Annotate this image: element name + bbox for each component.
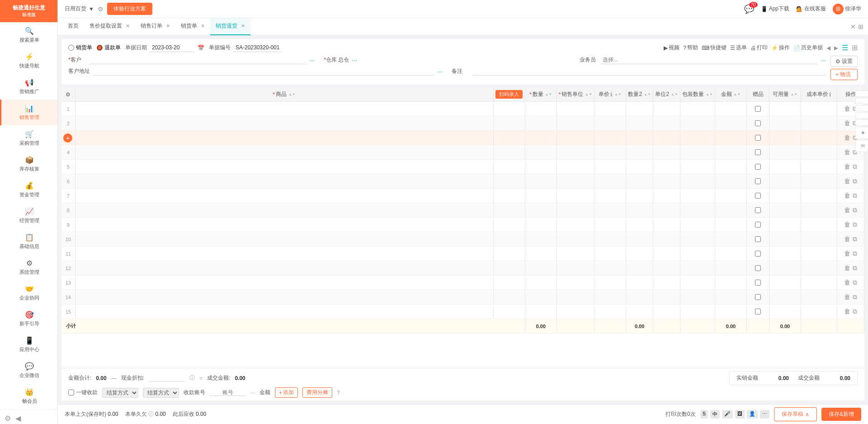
calculation-method-select[interactable]: 结算方式 xyxy=(143,388,179,398)
settlement-method-select[interactable]: 结算方式 xyxy=(102,388,138,398)
cell-pkg-7[interactable] xyxy=(680,189,715,203)
cell-gift-4[interactable] xyxy=(747,145,769,160)
cell-available-10[interactable] xyxy=(769,232,801,247)
cell-product-10[interactable] xyxy=(75,232,493,247)
cell-sale-unit-10[interactable] xyxy=(557,232,594,247)
cell-sale-unit-14[interactable] xyxy=(557,290,594,305)
sale-unit-sort-icon[interactable]: ▲▼ xyxy=(585,93,592,96)
ime-img-icon[interactable]: 🖼 xyxy=(735,410,745,419)
cell-gift-9[interactable] xyxy=(747,218,769,232)
unit-price-info-icon[interactable]: ℹ xyxy=(610,91,613,98)
save-new-btn[interactable]: 保存&新增 xyxy=(821,408,861,421)
delete-row-4[interactable]: 🗑 xyxy=(844,148,850,156)
ime-user-icon[interactable]: 👤 xyxy=(747,410,758,419)
cell-available-5[interactable] xyxy=(769,160,801,174)
cell-unit2-13[interactable] xyxy=(653,276,680,290)
gift-cb-13[interactable] xyxy=(749,280,767,286)
cell-qty-5[interactable] xyxy=(525,160,557,174)
amount-sort-icon[interactable]: ▲▼ xyxy=(734,93,741,96)
cell-available-9[interactable] xyxy=(769,218,801,232)
cell-gift-13[interactable] xyxy=(747,276,769,290)
cell-unit2-10[interactable] xyxy=(653,232,680,247)
cell-qty2-2[interactable] xyxy=(626,116,653,131)
right-tool-rt1[interactable]: 客 xyxy=(855,91,868,97)
unit2-sort-icon[interactable]: ▲▼ xyxy=(671,93,678,96)
nav-prev-icon[interactable]: ◀ xyxy=(826,45,830,51)
gift-cb-9[interactable] xyxy=(749,222,767,228)
tab-4[interactable]: 销货退货✕ xyxy=(210,18,250,35)
copy-row-6[interactable]: ⧉ xyxy=(853,177,857,185)
gift-cb-5[interactable] xyxy=(749,164,767,170)
cell-qty-9[interactable] xyxy=(525,218,557,232)
cell-amount-3[interactable] xyxy=(715,131,747,145)
delete-row-9[interactable]: 🗑 xyxy=(844,221,850,229)
cell-amount-4[interactable] xyxy=(715,145,747,160)
cell-product-5[interactable] xyxy=(75,160,493,174)
cell-qty-4[interactable] xyxy=(525,145,557,160)
cell-sale-unit-13[interactable] xyxy=(557,276,594,290)
close-tab-btn[interactable]: ✕ xyxy=(850,23,856,30)
cell-available-11[interactable] xyxy=(769,247,801,261)
cell-qty-8[interactable] xyxy=(525,203,557,218)
cell-cost-5[interactable] xyxy=(801,160,837,174)
tab-2[interactable]: 销售订单✕ xyxy=(135,18,175,35)
delete-row-6[interactable]: 🗑 xyxy=(844,177,850,185)
customer-dots-btn[interactable]: ··· xyxy=(310,57,315,64)
cell-qty-14[interactable] xyxy=(525,290,557,305)
cell-unit2-11[interactable] xyxy=(653,247,680,261)
delete-row-14[interactable]: 🗑 xyxy=(844,293,850,301)
cell-qty2-8[interactable] xyxy=(626,203,653,218)
copy-row-7[interactable]: ⧉ xyxy=(853,192,857,200)
fee-split-btn[interactable]: 费用分摊 xyxy=(302,387,332,398)
cell-unit-price-11[interactable] xyxy=(594,247,626,261)
cell-available-14[interactable] xyxy=(769,290,801,305)
cell-cost-1[interactable] xyxy=(801,102,837,116)
cell-amount-1[interactable] xyxy=(715,102,747,116)
qty2-sort-icon[interactable]: ▲▼ xyxy=(644,93,651,96)
cell-pkg-5[interactable] xyxy=(680,160,715,174)
cell-unit-price-3[interactable] xyxy=(594,131,626,145)
cell-sale-unit-15[interactable] xyxy=(557,305,594,319)
cost-price-info-icon[interactable]: ℹ xyxy=(829,91,831,98)
cell-qty2-11[interactable] xyxy=(626,247,653,261)
salesperson-dots-btn[interactable]: ··· xyxy=(821,57,826,64)
address-dots-btn[interactable]: ··· xyxy=(437,68,443,75)
cell-gift-15[interactable] xyxy=(747,305,769,319)
cell-pkg-14[interactable] xyxy=(680,290,715,305)
delete-row-11[interactable]: 🗑 xyxy=(844,250,850,257)
cell-unit-price-12[interactable] xyxy=(594,261,626,276)
maximize-tab-btn[interactable]: ⊞ xyxy=(858,23,863,30)
cell-unit2-12[interactable] xyxy=(653,261,680,276)
cell-sale-unit-7[interactable] xyxy=(557,189,594,203)
cell-gift-10[interactable] xyxy=(747,232,769,247)
nav-next-icon[interactable]: ▶ xyxy=(834,45,838,51)
ime-more-icon[interactable]: ⋯ xyxy=(760,410,769,419)
cell-pkg-12[interactable] xyxy=(680,261,715,276)
cell-cost-11[interactable] xyxy=(801,247,837,261)
cell-available-7[interactable] xyxy=(769,189,801,203)
cell-available-13[interactable] xyxy=(769,276,801,290)
help-btn[interactable]: ?帮助 xyxy=(683,44,698,52)
copy-row-8[interactable]: ⧉ xyxy=(853,206,857,214)
settings-side-btn[interactable]: ⚙ 设置 xyxy=(830,56,858,67)
cell-amount-14[interactable] xyxy=(715,290,747,305)
cell-unit-price-2[interactable] xyxy=(594,116,626,131)
sidebar-item-basic-info[interactable]: 📋基础信息 xyxy=(0,229,57,254)
cell-unit2-1[interactable] xyxy=(653,102,680,116)
cell-product-11[interactable] xyxy=(75,247,493,261)
gift-cb-10[interactable] xyxy=(749,236,767,242)
cell-available-1[interactable] xyxy=(769,102,801,116)
fee-split-info-icon[interactable]: ? xyxy=(337,390,340,396)
cell-amount-9[interactable] xyxy=(715,218,747,232)
cell-available-8[interactable] xyxy=(769,203,801,218)
delete-row-8[interactable]: 🗑 xyxy=(844,206,850,214)
cell-pkg-6[interactable] xyxy=(680,174,715,189)
cell-unit2-15[interactable] xyxy=(653,305,680,319)
cell-gift-7[interactable] xyxy=(747,189,769,203)
cell-amount-8[interactable] xyxy=(715,203,747,218)
message-icon[interactable]: 💬 70 xyxy=(744,4,754,14)
cell-gift-11[interactable] xyxy=(747,247,769,261)
sidebar-item-wechat[interactable]: 💬企业微信 xyxy=(0,357,57,383)
save-draft-btn[interactable]: 保存草稿 ∧ xyxy=(774,407,817,421)
tab-close-4[interactable]: ✕ xyxy=(241,23,245,29)
